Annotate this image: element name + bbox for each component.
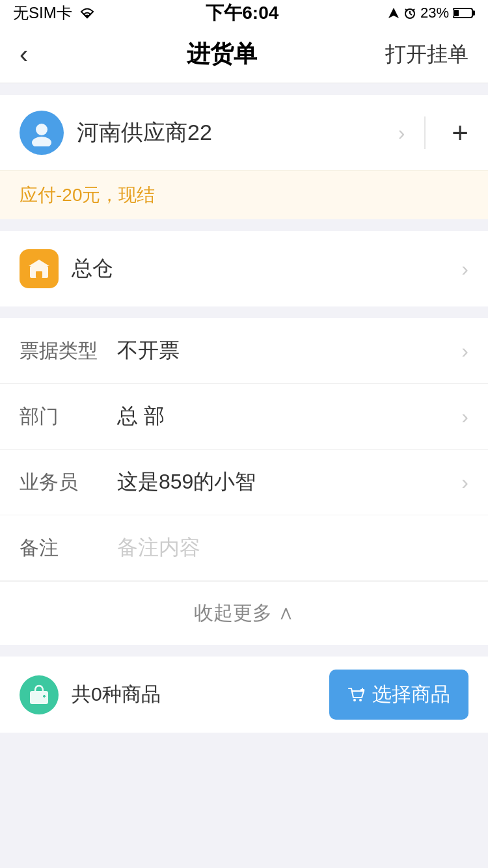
supplier-row[interactable]: 河南供应商22 › + — [0, 95, 488, 170]
remark-label: 备注 — [20, 535, 104, 562]
svg-marker-12 — [29, 260, 49, 266]
svg-rect-7 — [472, 10, 475, 16]
supplier-avatar — [20, 111, 64, 155]
salesperson-chevron-icon: › — [461, 470, 468, 495]
ticket-type-value: 不开票 — [104, 336, 461, 365]
ticket-type-chevron-icon: › — [461, 339, 468, 363]
avatar-icon — [28, 119, 55, 146]
svg-rect-13 — [36, 271, 42, 278]
salesperson-row[interactable]: 业务员 这是859的小智 › — [0, 450, 488, 515]
warehouse-row[interactable]: 总仓 › — [0, 231, 488, 306]
status-left: 无SIM卡 — [13, 3, 97, 23]
page-title: 进货单 — [187, 38, 257, 70]
payment-notice: 应付-20元，现结 — [0, 170, 488, 219]
remark-row[interactable]: 备注 备注内容 — [0, 515, 488, 581]
department-chevron-icon: › — [461, 405, 468, 429]
status-time: 下午6:04 — [206, 1, 278, 25]
battery-text: 23% — [420, 5, 449, 21]
wifi-icon — [77, 6, 97, 20]
salesperson-value: 这是859的小智 — [104, 468, 461, 496]
product-count-icon-bg — [20, 675, 59, 714]
nav-bar: ‹ 进货单 打开挂单 — [0, 26, 488, 83]
collapse-button[interactable]: 收起更多 ∧ — [0, 581, 488, 645]
warehouse-section: 总仓 › — [0, 231, 488, 306]
warehouse-icon-bg — [20, 249, 59, 288]
form-section: 票据类型 不开票 › 部门 总 部 › 业务员 这是859的小智 › 备注 备注… — [0, 318, 488, 645]
department-row[interactable]: 部门 总 部 › — [0, 384, 488, 450]
remark-input[interactable]: 备注内容 — [104, 534, 468, 562]
back-button[interactable]: ‹ — [20, 40, 59, 69]
warehouse-label: 总仓 — [72, 254, 461, 283]
svg-line-3 — [410, 14, 412, 15]
status-bar: 无SIM卡 下午6:04 23% — [0, 0, 488, 26]
ticket-type-row[interactable]: 票据类型 不开票 › — [0, 318, 488, 384]
svg-rect-14 — [30, 691, 48, 704]
status-right: 23% — [388, 5, 475, 21]
supplier-section: 河南供应商22 › + 应付-20元，现结 — [0, 95, 488, 219]
svg-point-17 — [353, 699, 356, 701]
open-pending-button[interactable]: 打开挂单 — [385, 40, 468, 69]
department-value: 总 部 — [104, 402, 461, 431]
location-icon — [388, 7, 400, 19]
supplier-chevron-icon: › — [398, 121, 405, 145]
svg-marker-0 — [388, 8, 399, 18]
supplier-name: 河南供应商22 — [77, 118, 398, 148]
svg-point-18 — [359, 699, 362, 701]
battery-icon — [453, 7, 475, 19]
svg-point-10 — [32, 137, 51, 146]
supplier-divider — [424, 116, 426, 149]
warehouse-chevron-icon: › — [461, 257, 468, 281]
warehouse-icon — [27, 257, 51, 280]
select-product-label: 选择商品 — [372, 681, 450, 708]
section-divider-1 — [0, 83, 488, 95]
alarm-icon — [403, 7, 416, 20]
shopping-bag-icon — [27, 683, 51, 707]
product-count-text: 共0种商品 — [72, 681, 316, 708]
bottom-bar: 共0种商品 选择商品 — [0, 657, 488, 733]
select-product-button[interactable]: 选择商品 — [329, 670, 468, 720]
cart-icon — [347, 686, 366, 704]
svg-rect-8 — [454, 10, 459, 16]
add-supplier-button[interactable]: + — [452, 118, 468, 147]
department-label: 部门 — [20, 403, 104, 430]
salesperson-label: 业务员 — [20, 469, 104, 496]
ticket-type-label: 票据类型 — [20, 338, 104, 364]
carrier-text: 无SIM卡 — [13, 3, 72, 23]
svg-point-9 — [36, 124, 47, 135]
